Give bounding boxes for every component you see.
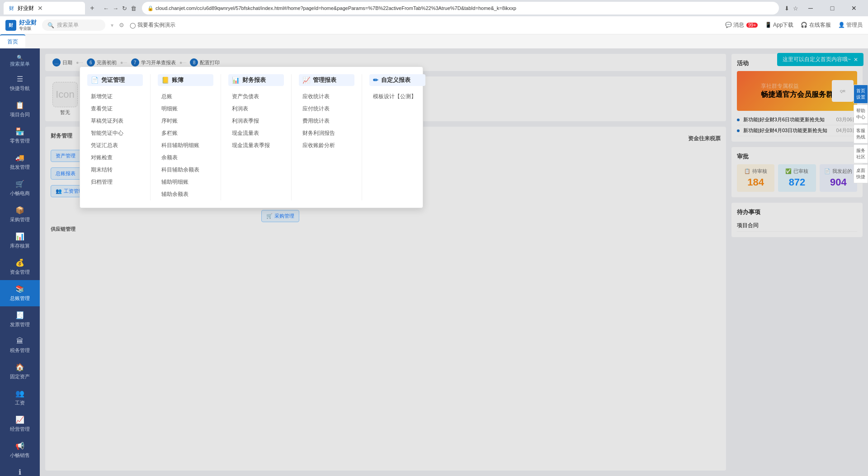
browser-chrome: 财 好业财 ✕ + ← → ↻ 🗑 🔒 cloud.chanjet.com/cc… <box>0 0 868 16</box>
refresh-button[interactable]: ↻ <box>122 5 127 12</box>
quicknav-icon: ☰ <box>17 75 23 83</box>
dropdown-item-balance[interactable]: 余额表 <box>158 152 213 164</box>
float-btn-home[interactable]: 首页设置 <box>854 85 868 104</box>
ledger-header-icon: 📒 <box>161 76 169 84</box>
dropdown-item-sequence-ledger[interactable]: 序时账 <box>158 115 213 127</box>
dropdown-item-new-voucher[interactable]: 新增凭证 <box>87 90 143 103</box>
sales-icon: 📢 <box>15 442 24 450</box>
dropdown-item-archive[interactable]: 归档管理 <box>87 176 143 188</box>
dropdown-item-voucher-summary[interactable]: 凭证汇总表 <box>87 139 143 152</box>
dropdown-item-aux-detail[interactable]: 辅助明细账 <box>158 176 213 188</box>
search-box[interactable]: 🔍 搜索菜单 <box>42 19 105 31</box>
user-avatar[interactable]: 👤 管理员 <box>838 21 863 29</box>
dropdown-item-aux-balance[interactable]: 辅助余额表 <box>158 188 213 200</box>
dropdown-item-subject-detail[interactable]: 科目辅助明细账 <box>158 139 213 152</box>
msg-button[interactable]: 💬 消息 99+ <box>725 21 758 29</box>
settings-top-icon[interactable]: ⚙ <box>119 22 124 29</box>
dropdown-item-general-ledger[interactable]: 总账 <box>158 90 213 103</box>
dropdown-item-smart-voucher[interactable]: 智能凭证中心 <box>87 127 143 139</box>
tab-close-button[interactable]: ✕ <box>38 5 43 12</box>
sidebar-item-capital[interactable]: 💰 资金管理 <box>0 254 40 280</box>
logo-text: 好业财 专业版 <box>19 19 37 32</box>
dropdown-item-detail-ledger[interactable]: 明细账 <box>158 103 213 115</box>
dropdown-section-financial: 📊 财务报表 资产负债表 利润表 利润表季报 现金流量表 现金流量表季报 <box>228 74 292 200</box>
dropdown-header-financial: 📊 财务报表 <box>228 74 284 86</box>
forward-button[interactable]: → <box>113 5 118 12</box>
float-btn-desktop[interactable]: 桌面快捷 <box>854 164 868 183</box>
star-icon[interactable]: ☆ <box>793 5 798 12</box>
float-btn-help[interactable]: 帮助中心 <box>854 105 868 124</box>
maximize-button[interactable]: □ <box>822 0 843 16</box>
app-download-button[interactable]: 📱 App下载 <box>765 21 793 29</box>
browser-tab[interactable]: 财 好业财 ✕ <box>4 2 85 14</box>
right-float-buttons: 首页设置 帮助中心 客服热线 服务社区 桌面快捷 <box>854 85 868 183</box>
dropdown-item-ar-stats[interactable]: 应收统计表 <box>299 90 354 103</box>
delete-button[interactable]: 🗑 <box>131 5 137 12</box>
inventory-icon: 📊 <box>15 232 24 241</box>
sidebar-item-purchase[interactable]: 📦 采购管理 <box>0 201 40 228</box>
float-btn-community[interactable]: 服务社区 <box>854 144 868 163</box>
dropdown-item-ap-stats[interactable]: 应付统计表 <box>299 103 354 115</box>
invoice-icon: 🧾 <box>15 311 24 319</box>
sidebar-item-retail[interactable]: 🏪 零售管理 <box>0 123 40 149</box>
sidebar-item-assets[interactable]: 🏠 固定资产 <box>0 358 40 385</box>
sidebar-item-invoice[interactable]: 🧾 发票管理 <box>0 306 40 333</box>
sidebar: 🔍搜索菜单 ☰ 快捷导航 📋 项目合同 🏪 零售管理 🚚 批发管理 🛒 小畅电商 <box>0 48 40 476</box>
content-area: 📄 凭证管理 新增凭证 查看凭证 草稿凭证列表 智能凭证中心 凭证汇总表 对账检… <box>40 48 868 476</box>
sidebar-item-ecommerce[interactable]: 🛒 小畅电商 <box>0 175 40 201</box>
dropdown-item-financial-profit[interactable]: 财务利润报告 <box>299 127 354 139</box>
dropdown-item-multi-column[interactable]: 多栏账 <box>158 127 213 139</box>
dropdown-item-profit-quarterly[interactable]: 利润表季报 <box>228 115 284 127</box>
main-layout: 🔍搜索菜单 ☰ 快捷导航 📋 项目合同 🏪 零售管理 🚚 批发管理 🛒 小畅电商 <box>0 48 868 476</box>
dropdown-item-profit[interactable]: 利润表 <box>228 103 284 115</box>
sidebar-item-tax[interactable]: 🏛 税务管理 <box>0 333 40 358</box>
dropdown-item-template-design[interactable]: 模板设计【公测】 <box>369 90 425 103</box>
retail-icon: 🏪 <box>15 127 24 136</box>
operations-icon: 📈 <box>15 415 24 424</box>
wholesale-icon: 🚚 <box>15 153 24 162</box>
new-tab-button[interactable]: + <box>87 3 98 14</box>
dropdown-item-balance-sheet[interactable]: 资产负债表 <box>228 90 284 103</box>
dropdown-section-voucher: 📄 凭证管理 新增凭证 查看凭证 草稿凭证列表 智能凭证中心 凭证汇总表 对账检… <box>87 74 151 200</box>
sidebar-item-payroll[interactable]: 👥 工资 <box>0 385 40 411</box>
dropdown-item-draft-voucher[interactable]: 草稿凭证列表 <box>87 115 143 127</box>
address-bar[interactable]: 🔒 cloud.chanjet.com/cc/u6d89qwnryel/57bf… <box>142 2 779 14</box>
close-button[interactable]: ✕ <box>844 0 864 16</box>
dropdown-section-ledger: 📒 账簿 总账 明细账 序时账 多栏账 科目辅助明细账 余额表 科目辅助余额表 … <box>158 74 221 200</box>
sidebar-item-ledger[interactable]: 📚 总账管理 <box>0 280 40 306</box>
dropdown-item-subject-balance[interactable]: 科目辅助余额表 <box>158 164 213 176</box>
sidebar-item-basics[interactable]: ℹ 基础信息 <box>0 463 40 476</box>
float-btn-service[interactable]: 客服热线 <box>854 124 868 143</box>
sidebar-item-quicknav[interactable]: ☰ 快捷导航 <box>0 70 40 96</box>
sidebar-item-wholesale[interactable]: 🚚 批发管理 <box>0 149 40 175</box>
voucher-header-icon: 📄 <box>91 76 99 84</box>
dropdown-item-ar-aging[interactable]: 应收账龄分析 <box>299 139 354 152</box>
download-icon[interactable]: ⬇ <box>784 5 789 12</box>
sidebar-search[interactable]: 🔍搜索菜单 <box>0 52 40 70</box>
address-text: cloud.chanjet.com/cc/u6d89qwnryel/57bfsk… <box>156 5 516 11</box>
sidebar-item-inventory[interactable]: 📊 库存核算 <box>0 228 40 254</box>
dropdown-item-expense-stats[interactable]: 费用统计表 <box>299 115 354 127</box>
demo-icon: ◯ <box>130 22 136 29</box>
dropdown-header-management: 📈 管理报表 <box>299 74 354 86</box>
financial-header-icon: 📊 <box>232 76 240 84</box>
sidebar-item-operations[interactable]: 📈 经营管理 <box>0 411 40 437</box>
dropdown-item-cashflow[interactable]: 现金流量表 <box>228 127 284 139</box>
sidebar-item-sales[interactable]: 📢 小畅销售 <box>0 437 40 463</box>
dropdown-item-cashflow-quarterly[interactable]: 现金流量表季报 <box>228 139 284 152</box>
msg-badge: 99+ <box>746 23 758 28</box>
back-button[interactable]: ← <box>103 5 109 12</box>
logo: 财 好业财 专业版 <box>5 19 37 32</box>
demo-link[interactable]: ◯ 我要看实例演示 <box>130 21 175 29</box>
sidebar-item-projectcontract[interactable]: 📋 项目合同 <box>0 96 40 123</box>
purchase-icon: 📦 <box>15 206 24 214</box>
minimize-button[interactable]: ─ <box>800 0 821 16</box>
tab-title: 好业财 <box>18 5 34 12</box>
service-button[interactable]: 🎧 在线客服 <box>801 21 830 29</box>
dropdown-item-reconcile[interactable]: 对账检查 <box>87 152 143 164</box>
dropdown-item-view-voucher[interactable]: 查看凭证 <box>87 103 143 115</box>
tab-home[interactable]: 首页 <box>0 34 25 48</box>
dropdown-item-period-end[interactable]: 期末结转 <box>87 164 143 176</box>
ssl-icon: 🔒 <box>147 5 154 11</box>
basics-icon: ℹ <box>19 468 21 476</box>
